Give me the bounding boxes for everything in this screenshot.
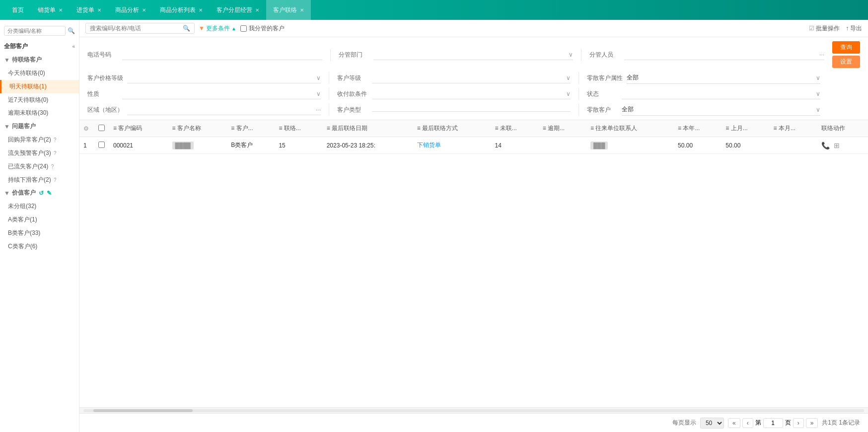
row-checkbox[interactable]: [98, 142, 105, 148]
pending-contact-header[interactable]: ▼ 待联络客户: [0, 53, 79, 67]
col-year-sort-icon: ≡: [678, 125, 683, 132]
nav-sales-order[interactable]: 销货单 ✕: [31, 0, 70, 20]
col-contact-count: ≡ 联络...: [275, 120, 322, 137]
last-page-button[interactable]: »: [806, 418, 818, 428]
my-customers-check[interactable]: [240, 25, 247, 32]
retail-select[interactable]: 全部 ∨: [622, 104, 820, 116]
close-product-analysis-icon[interactable]: ✕: [142, 7, 146, 13]
search-button-icon[interactable]: 🔍: [183, 25, 190, 32]
person-select[interactable]: ···: [624, 50, 824, 60]
col-action: 联络动作: [817, 120, 868, 137]
sidebar-item-overdue-contact[interactable]: 逾期未联络(30): [0, 106, 79, 120]
close-customer-contact-icon[interactable]: ✕: [300, 7, 304, 13]
row-code: 000021: [109, 137, 168, 154]
sidebar-item-tomorrow-contact[interactable]: 明天待联络(1): [0, 80, 79, 93]
dept-select[interactable]: ∨: [373, 50, 574, 60]
nav-customer-contact[interactable]: 客户联络 ✕: [266, 0, 311, 20]
select-all-checkbox[interactable]: [98, 125, 105, 131]
settings-button[interactable]: 设置: [832, 56, 860, 68]
triangle-icon-3: ▼: [4, 190, 10, 197]
retail-label: 零散客户: [587, 106, 622, 114]
col-last-month: ≡ 上月...: [722, 120, 769, 137]
filter-row-4: 区域（地区） ··· 客户类型 零散客户: [87, 104, 860, 116]
page-input[interactable]: [763, 418, 783, 428]
sidebar-item-unclassified[interactable]: 未分组(32): [0, 200, 79, 213]
next-page-button[interactable]: ›: [793, 418, 804, 428]
nav-product-analysis[interactable]: 商品分析 ✕: [108, 0, 153, 20]
sidebar-item-churned[interactable]: 已流失客户(24) ?: [0, 160, 79, 173]
customer-level-chevron-icon: ∨: [566, 74, 571, 81]
page-label: 第: [755, 419, 761, 427]
main-layout: 🔍 全部客户 « ▼ 待联络客户 今天待联络(0) 明天待联络(1) 近7天待联…: [0, 20, 868, 432]
divider-5: [329, 88, 329, 100]
retail-attr-select[interactable]: 全部 ∨: [627, 72, 820, 84]
batch-operation-button[interactable]: ☑ 批量操作: [809, 24, 840, 33]
divider-8: [579, 104, 579, 116]
prev-page-button[interactable]: ‹: [742, 418, 753, 428]
sidebar-item-repurchase-anomaly[interactable]: 回购异常客户(2) ?: [0, 133, 79, 146]
payment-select[interactable]: ∨: [372, 89, 571, 99]
sidebar-search-input[interactable]: [4, 26, 66, 36]
col-date-sort-icon: ≡: [327, 125, 332, 132]
status-chevron-icon: ∨: [816, 90, 820, 97]
nav-product-analysis-list[interactable]: 商品分析列表 ✕: [153, 0, 210, 20]
filter-person: 分管人员 ···: [589, 50, 824, 60]
col-uncontacted-sort-icon: ≡: [495, 125, 500, 132]
scrollbar-thumb[interactable]: [93, 409, 193, 412]
region-select[interactable]: ···: [127, 105, 321, 115]
close-product-analysis-list-icon[interactable]: ✕: [199, 7, 203, 13]
filter-customer-type: 客户类型: [337, 106, 571, 114]
query-button[interactable]: 查询: [832, 41, 860, 54]
last-contact-link[interactable]: 下销货单: [417, 142, 441, 148]
sidebar-item-a-class[interactable]: A类客户(1): [0, 213, 79, 226]
table-body: 1 000021 ████ B类客户: [79, 137, 868, 154]
filter-customer-level: 客户等级 ∨: [337, 73, 571, 83]
filter-row-1: 电话号码 分管部门 ∨ 分管人员 ···: [87, 41, 860, 68]
toolbar-right: ☑ 批量操作 ↑ 导出: [809, 24, 862, 33]
row-contact-count: 15: [275, 137, 322, 154]
chevron-up-icon: ▲: [231, 26, 236, 31]
price-level-select[interactable]: ∨: [127, 73, 321, 83]
region-more-icon[interactable]: ···: [316, 106, 321, 113]
per-page-select[interactable]: 50: [700, 418, 724, 429]
gear-icon[interactable]: ⚙: [83, 125, 89, 132]
close-sales-order-icon[interactable]: ✕: [59, 7, 63, 13]
table-footer: 每页显示 50 « ‹ 第 页 › » 共1页 1条记录: [79, 413, 868, 432]
search-input[interactable]: [90, 25, 183, 32]
col-overdue: ≡ 逾期...: [539, 120, 586, 137]
export-icon: ↑: [846, 25, 849, 32]
sidebar-item-today-contact[interactable]: 今天待联络(0): [0, 67, 79, 80]
sidebar-search-icon[interactable]: 🔍: [68, 27, 75, 34]
nav-purchase-order[interactable]: 进货单 ✕: [70, 0, 108, 20]
sidebar-item-declining[interactable]: 持续下滑客户(2) ?: [0, 173, 79, 187]
phone-input[interactable]: [122, 50, 322, 60]
col-customer-code: ≡ 客户编码: [109, 120, 168, 137]
sidebar-item-7days-contact[interactable]: 近7天待联络(0): [0, 93, 79, 107]
first-page-button[interactable]: «: [728, 418, 740, 428]
status-select[interactable]: ∨: [622, 89, 820, 99]
nav-customer-tier[interactable]: 客户分层经营 ✕: [210, 0, 266, 20]
sidebar-item-b-class[interactable]: B类客户(33): [0, 226, 79, 240]
divider-6: [579, 88, 579, 100]
all-customers-header[interactable]: 全部客户 «: [0, 40, 79, 53]
collapse-icon[interactable]: «: [72, 44, 75, 49]
nav-home[interactable]: 首页: [5, 0, 31, 20]
problem-customers-header[interactable]: ▼ 问题客户: [0, 120, 79, 133]
more-conditions-button[interactable]: ▼ 更多条件 ▲: [199, 24, 236, 33]
close-purchase-order-icon[interactable]: ✕: [97, 7, 101, 13]
close-customer-tier-icon[interactable]: ✕: [255, 7, 259, 13]
filter-nature: 性质 ∨: [87, 89, 321, 99]
customer-type-select[interactable]: [372, 108, 571, 112]
customer-level-select[interactable]: ∨: [372, 73, 571, 83]
grid-action-icon[interactable]: ⊞: [834, 142, 840, 149]
nature-select[interactable]: ∨: [122, 89, 321, 99]
sidebar-item-c-class[interactable]: C类客户(6): [0, 240, 79, 253]
my-customers-checkbox[interactable]: 我分管的客户: [240, 24, 285, 33]
value-customers-header[interactable]: ▼ 价值客户 ↺ ✎: [0, 186, 79, 200]
sidebar-item-churn-warning[interactable]: 流失预警客户(3) ?: [0, 146, 79, 160]
person-more-icon[interactable]: ···: [819, 51, 824, 58]
phone-action-icon[interactable]: 📞: [821, 142, 830, 149]
export-button[interactable]: ↑ 导出: [846, 24, 862, 33]
col-this-month: ≡ 本月...: [770, 120, 817, 137]
name-masked: ████: [172, 142, 194, 149]
